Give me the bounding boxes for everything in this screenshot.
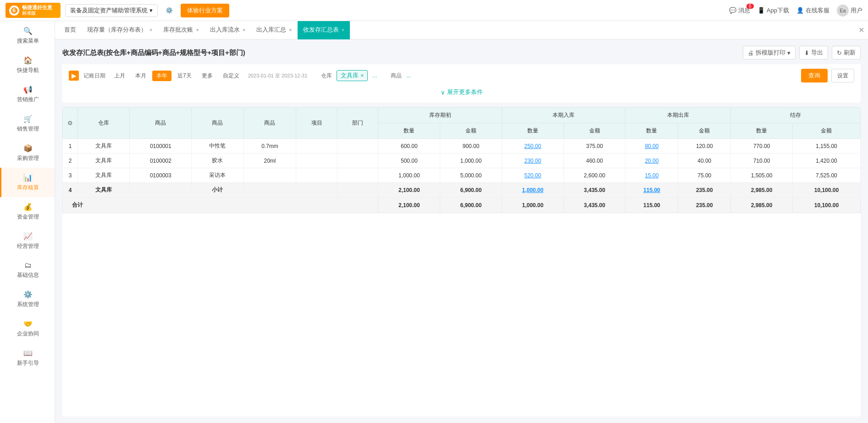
tab-summary-close[interactable]: × <box>289 27 292 33</box>
chevron-down-icon: ∨ <box>441 89 445 96</box>
sidebar-item-enterprise[interactable]: 🤝 企业协同 <box>0 314 55 343</box>
tab-recv-send[interactable]: 收发存汇总表 × <box>298 21 350 39</box>
tab-batch-close[interactable]: × <box>196 27 199 33</box>
cell: 胶水 <box>192 154 243 168</box>
cell-out-qty[interactable]: 15.00 <box>625 168 678 183</box>
print-btn[interactable]: 🖨 拆模版打印 ▾ <box>743 46 796 60</box>
footer-out-qty: 115.00 <box>625 198 678 213</box>
tab-home[interactable]: 首页 <box>59 21 82 39</box>
cell: 采访本 <box>192 168 243 183</box>
tab-batch[interactable]: 库存批次账 × <box>158 21 204 39</box>
cell: 10,100.00 <box>792 183 860 198</box>
goods-more-btn[interactable]: ... <box>406 72 411 79</box>
sidebar-item-basic[interactable]: 🗂 基础信息 <box>0 256 55 285</box>
logo-icon: 6 <box>9 5 19 16</box>
export-btn[interactable]: ⬇ 导出 <box>799 46 828 60</box>
tab-flow[interactable]: 出入库流水 × <box>205 21 251 39</box>
gear-icon[interactable]: ⚙ <box>67 120 73 126</box>
col-project-header: 项目 <box>296 108 337 139</box>
sidebar-item-marketing[interactable]: 📢 营销推广 <box>0 80 55 109</box>
online-service-btn[interactable]: 👤 在线客服 <box>796 6 829 15</box>
table-row: 4 文具库 小计 2,100.00 6,900.00 1,000.00 3,43… <box>63 183 861 198</box>
dropdown-icon: ▾ <box>149 7 153 14</box>
cell: 6,900.00 <box>440 183 502 198</box>
col-warehouse-header: 仓库 <box>78 108 130 139</box>
footer-in-amt: 3,435.00 <box>564 198 625 213</box>
filter-settings-btn[interactable]: 设置 <box>831 69 854 82</box>
cell: 3,435.00 <box>564 183 625 198</box>
marketing-icon: 📢 <box>23 85 33 94</box>
tabs-bar: 首页 现存量（库存分布表） × 库存批次账 × 出入库流水 × 出入库汇总 × … <box>55 21 868 39</box>
sidebar-item-search[interactable]: 🔍 搜索菜单 <box>0 21 55 50</box>
system-icon: ⚙️ <box>23 290 33 299</box>
date-btn-prev-month[interactable]: 上月 <box>110 71 129 81</box>
sidebar-item-system[interactable]: ⚙️ 系统管理 <box>0 285 55 314</box>
service-icon: 👤 <box>796 7 804 14</box>
sidebar-item-finance[interactable]: 💰 资金管理 <box>0 197 55 226</box>
date-btn-cur-month[interactable]: 本月 <box>131 71 150 81</box>
collapse-arrow[interactable]: ▶ <box>69 71 79 81</box>
sidebar-item-guide[interactable]: 📖 新手引导 <box>0 343 55 373</box>
tab-stock-dist-close[interactable]: × <box>149 27 152 33</box>
cell: 中性笔 <box>192 139 243 154</box>
cell-in-qty[interactable]: 230.00 <box>502 154 564 168</box>
tab-summary[interactable]: 出入库汇总 × <box>251 21 297 39</box>
cell-out-qty[interactable]: 80.00 <box>625 139 678 154</box>
col-end-amt: 金额 <box>792 123 860 139</box>
cell <box>337 154 378 168</box>
cell: 文具库 <box>78 183 130 198</box>
sidebar-item-quick[interactable]: 🏠 快捷导航 <box>0 50 55 80</box>
col-settings-header[interactable]: ⚙ <box>63 108 78 139</box>
tab-stock-dist[interactable]: 现存量（库存分布表） × <box>82 21 158 39</box>
tab-close-all[interactable]: ✕ <box>858 26 864 34</box>
cell: 1,000.00 <box>378 168 440 183</box>
query-btn[interactable]: 查询 <box>801 69 828 82</box>
cell-in-qty[interactable]: 1,000.00 <box>502 183 564 198</box>
data-table: ⚙ 仓库 商品 商品 商品 项目 部门 库存期初 本期入库 本期出库 结存 <box>62 107 861 213</box>
date-btn-7days[interactable]: 近7天 <box>173 71 196 81</box>
basic-icon: 🗂 <box>24 261 32 269</box>
cell-no: 3 <box>63 168 78 183</box>
message-btn[interactable]: 💬 消息 6 <box>729 6 750 15</box>
date-btn-custom[interactable]: 自定义 <box>219 71 243 81</box>
cell: 5,000.00 <box>440 168 502 183</box>
cell: 460.00 <box>564 154 625 168</box>
sidebar-item-sales[interactable]: 🛒 销售管理 <box>0 109 55 138</box>
experience-btn[interactable]: 体验行业方案 <box>181 4 229 17</box>
col-code-header: 商品 <box>130 108 192 139</box>
system-selector[interactable]: 装备及固定资产辅助管理系统 ▾ <box>65 4 158 17</box>
date-btn-more[interactable]: 更多 <box>198 71 217 81</box>
app-download-label: App下载 <box>767 6 789 15</box>
app-download-btn[interactable]: 📱 App下载 <box>757 6 789 15</box>
date-filter-label: 记账日期 <box>83 72 105 80</box>
col-dept-header: 部门 <box>337 108 378 139</box>
cell-in-qty[interactable]: 250.00 <box>502 139 564 154</box>
sidebar-item-inventory[interactable]: 📊 库存核算 <box>0 168 55 197</box>
cell: 1,420.00 <box>792 154 860 168</box>
sidebar-label-quick: 快捷导航 <box>17 66 39 74</box>
table-row: 3 文具库 0100003 采访本 1,000.00 5,000.00 520.… <box>63 168 861 183</box>
print-icon: 🖨 <box>748 49 754 56</box>
search-icon: 🔍 <box>23 27 33 35</box>
cell-in-qty[interactable]: 520.00 <box>502 168 564 183</box>
settings-icon[interactable]: ⚙️ <box>162 4 176 17</box>
cell-out-qty[interactable]: 20.00 <box>625 154 678 168</box>
cell: 600.00 <box>378 139 440 154</box>
date-btn-cur-year[interactable]: 本年 <box>152 71 171 81</box>
warehouse-remove-btn[interactable]: × <box>360 72 364 79</box>
user-btn[interactable]: Ea 用户 <box>837 5 862 16</box>
sidebar-label-finance: 资金管理 <box>17 213 39 221</box>
tab-recv-send-close[interactable]: × <box>342 27 344 33</box>
cell-out-qty[interactable]: 115.00 <box>625 183 678 198</box>
sidebar-label-sales: 销售管理 <box>17 125 39 133</box>
sidebar-item-operations[interactable]: 📈 经营管理 <box>0 226 55 256</box>
warehouse-more-btn[interactable]: ... <box>372 72 377 79</box>
logo-area: 6 畅捷通好生意 标准版 <box>6 3 61 18</box>
sidebar-label-basic: 基础信息 <box>17 271 39 279</box>
cell: 7,525.00 <box>792 168 860 183</box>
sidebar-item-purchase[interactable]: 📦 采购管理 <box>0 138 55 168</box>
cell <box>296 139 337 154</box>
tab-flow-close[interactable]: × <box>243 27 245 33</box>
refresh-btn[interactable]: ↻ 刷新 <box>832 46 861 60</box>
expand-more-btn[interactable]: ∨ 展开更多条件 <box>69 86 854 98</box>
